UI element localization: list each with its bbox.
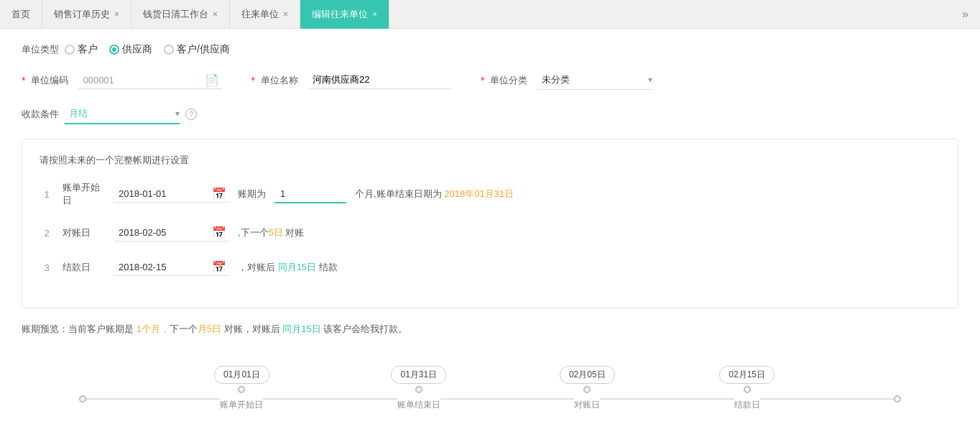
radio-circle-customer-supplier [164, 45, 174, 55]
unit-category-chevron[interactable]: ▾ [648, 75, 652, 85]
radio-circle-supplier [109, 45, 119, 55]
timeline-dot-1 [238, 386, 245, 393]
timeline-node-3: 02月05日 对账日 [574, 386, 600, 411]
unit-category-label: 单位分类 [490, 74, 527, 87]
timeline-right-dot [894, 395, 901, 402]
setting-row-1: 1 账单开始日 📅 账期为 个月,账单结束日期为 2018年01月31日 [40, 181, 940, 207]
end-date-highlight: 2018年01月31日 [444, 188, 514, 199]
tab-edit-partner[interactable]: 编辑往来单位 × [300, 0, 389, 29]
tab-bar: 首页 销售订单历史 × 钱货日清工作台 × 往来单位 × 编辑往来单位 × » [0, 0, 980, 29]
timeline-label-4: 结款日 [734, 399, 760, 411]
row-label-3: 结款日 [63, 261, 106, 274]
timeline-dot-4 [744, 386, 751, 393]
timeline-pill-4: 02月15日 [719, 366, 775, 384]
start-date-input-box: 📅 [114, 185, 229, 203]
timeline-left-dot [79, 395, 86, 402]
timeline-segment-4 [600, 398, 734, 400]
unit-name-field: * 单位名称 [251, 72, 451, 89]
radio-supplier[interactable]: 供应商 [109, 43, 152, 56]
tab-home[interactable]: 首页 [6, 0, 42, 29]
preview-highlight2: 月5日 [198, 323, 221, 334]
unit-category-field: * 单位分类 未分类 ▾ [481, 70, 652, 90]
tab-sales-history[interactable]: 销售订单历史 × [42, 0, 131, 29]
row-num-3: 3 [40, 262, 54, 273]
timeline-node-1: 01月01日 账单开始日 [220, 386, 263, 411]
row-num-2: 2 [40, 228, 54, 239]
payment-date-calendar-icon[interactable]: 📅 [209, 260, 229, 274]
unit-name-input[interactable] [308, 72, 452, 89]
tab-close-partner[interactable]: × [283, 9, 288, 19]
timeline-dot-3 [583, 386, 591, 393]
preview-text: 账期预览：当前客户账期是 1个月，下一个月5日 对账，对账后 同月15日 该客户… [22, 323, 958, 336]
timeline-segment-3 [440, 398, 574, 400]
period-value-input[interactable] [274, 185, 346, 203]
unit-code-icon[interactable]: 📄 [202, 73, 222, 87]
payment-help-icon[interactable]: ? [185, 109, 197, 120]
unit-details-row: * 单位编码 📄 * 单位名称 * 单位分类 未分类 ▾ [22, 70, 958, 90]
settings-box: 请按照未来的一个完整帐期进行设置 1 账单开始日 📅 账期为 个月,账单结束日期… [22, 139, 958, 308]
payment-condition-chevron[interactable]: ▾ [175, 109, 180, 119]
period-suffix: 个月,账单结束日期为 2018年01月31日 [355, 188, 514, 201]
row-num-1: 1 [40, 189, 54, 200]
row-label-1: 账单开始日 [63, 181, 106, 207]
payment-condition-label: 收款条件 [22, 108, 59, 121]
tab-close-cash-work[interactable]: × [213, 9, 218, 19]
tab-close-sales-history[interactable]: × [114, 9, 119, 19]
payment-desc: ，对账后 同月15日 结款 [238, 261, 338, 274]
timeline-label-2: 账单结束日 [397, 399, 440, 411]
timeline-pill-3: 02月05日 [560, 366, 615, 384]
radio-label-customer: 客户 [78, 43, 98, 56]
start-date-input[interactable] [114, 185, 209, 202]
reconcile-desc: ,下一个5日 对账 [238, 226, 304, 239]
timeline-segment-5 [760, 398, 894, 400]
period-prefix: 账期为 [238, 188, 266, 201]
reconcile-date-calendar-icon[interactable]: 📅 [209, 226, 229, 239]
timeline-label-3: 对账日 [574, 399, 600, 411]
timeline-node-4: 02月15日 结款日 [734, 386, 760, 411]
unit-code-input[interactable] [78, 72, 202, 88]
preview-highlight3: 同月15日 [282, 323, 320, 334]
tab-partner[interactable]: 往来单位 × [230, 0, 300, 29]
radio-customer-supplier[interactable]: 客户/供应商 [164, 43, 230, 56]
reconcile-date-input[interactable] [114, 224, 209, 241]
reconcile-date-input-box: 📅 [114, 224, 229, 242]
radio-circle-customer [65, 45, 75, 55]
unit-category-select-wrapper: 未分类 ▾ [537, 70, 652, 90]
radio-customer[interactable]: 客户 [65, 43, 98, 56]
main-content: 单位类型 客户 供应商 客户/供应商 * 单位编码 📄 [0, 29, 980, 437]
preview-highlight1: 1个月， [137, 323, 170, 334]
row-label-2: 对账日 [63, 226, 106, 239]
unit-type-label: 单位类型 [22, 43, 59, 56]
unit-name-label: 单位名称 [261, 74, 298, 87]
timeline-pill-1: 01月01日 [214, 366, 269, 384]
tab-close-edit-partner[interactable]: × [372, 9, 377, 19]
payment-highlight: 同月15日 [278, 262, 316, 272]
unit-type-radio-group: 客户 供应商 客户/供应商 [65, 43, 230, 56]
tab-cash-work[interactable]: 钱货日清工作台 × [131, 0, 230, 29]
payment-condition-row: 收款条件 月结 ▾ ? [22, 104, 958, 124]
tab-expand-button[interactable]: » [956, 8, 974, 21]
payment-date-input-box: 📅 [114, 259, 229, 276]
timeline-wrapper: 01月01日 账单开始日 01月31日 账单结束日 02月05日 对账日 [22, 350, 958, 426]
timeline-segment-1 [86, 398, 220, 400]
payment-condition-select[interactable]: 月结 ▾ [65, 104, 180, 124]
unit-code-field: * 单位编码 📄 [22, 72, 222, 89]
timeline-pill-2: 01月31日 [391, 366, 446, 384]
radio-label-customer-supplier: 客户/供应商 [177, 43, 230, 56]
radio-label-supplier: 供应商 [122, 43, 152, 56]
payment-condition-value: 月结 [65, 104, 175, 123]
setting-row-3: 3 结款日 📅 ，对账后 同月15日 结款 [40, 259, 940, 276]
payment-date-input[interactable] [114, 259, 209, 275]
unit-code-label: 单位编码 [31, 74, 68, 87]
settings-title: 请按照未来的一个完整帐期进行设置 [40, 154, 940, 167]
timeline-segment-2 [263, 398, 397, 400]
unit-code-input-wrapper: 📄 [78, 72, 222, 89]
reconcile-highlight: 5日 [269, 227, 283, 238]
unit-type-row: 单位类型 客户 供应商 客户/供应商 [22, 43, 958, 56]
timeline-dot-2 [415, 386, 422, 393]
timeline-label-1: 账单开始日 [220, 399, 263, 411]
timeline-node-2: 01月31日 账单结束日 [397, 386, 440, 411]
unit-category-value: 未分类 [537, 70, 648, 89]
setting-row-2: 2 对账日 📅 ,下一个5日 对账 [40, 224, 940, 242]
start-date-calendar-icon[interactable]: 📅 [209, 187, 229, 201]
